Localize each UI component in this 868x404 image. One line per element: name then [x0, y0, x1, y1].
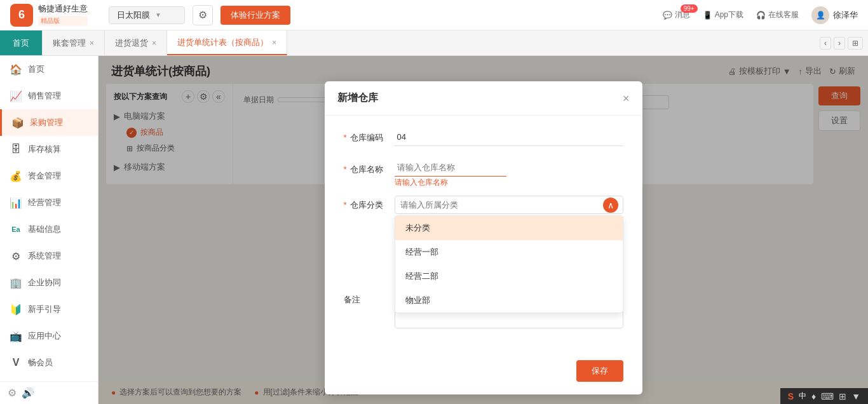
header-right: 💬 消息 99+ 📱 App下载 🎧 在线客服 👤 徐泽华 — [663, 6, 858, 24]
sidebar-item-operation[interactable]: 📊 经营管理 — [0, 189, 98, 216]
modal-close-button[interactable]: × — [623, 93, 630, 104]
inventory-icon: 🗄 — [10, 144, 22, 155]
settings-bottom-icon[interactable]: ⚙ — [8, 387, 17, 399]
guide-icon: 🔰 — [10, 304, 22, 315]
sidebar-item-apps-label: 应用中心 — [28, 330, 61, 342]
tray-grid-icon[interactable]: ⊞ — [839, 391, 846, 401]
remark-label: 备注 — [344, 290, 395, 306]
name-required-mark: * — [344, 165, 347, 174]
gear-button[interactable]: ⚙ — [193, 5, 213, 25]
modal-add-warehouse: 新增仓库 × * 仓库编码 — [325, 81, 642, 394]
sidebar: 🏠 首页 📈 销售管理 📦 采购管理 🗄 库存核算 💰 资金管理 📊 经营管理 … — [0, 56, 98, 404]
sidebar-item-inventory-label: 库存核算 — [28, 144, 61, 155]
tab-purchase-stats[interactable]: 进货单统计表（按商品） × — [167, 30, 287, 55]
dropdown-item-ops2[interactable]: 经营二部 — [395, 264, 623, 288]
tab-bar: 首页 账套管理 × 进货退货 × 进货单统计表（按商品） × ‹ › ⊞ — [0, 30, 868, 56]
logo-icon: 6 — [10, 4, 33, 27]
basic-icon: Ea — [10, 224, 22, 235]
tab-purchase-stats-label: 进货单统计表（按商品） — [177, 37, 268, 48]
top-header: 6 畅捷通好生意 精品版 日太阳膜 ▼ ⚙ 体验行业方案 💬 消息 99+ 📱 … — [0, 0, 868, 30]
sidebar-item-inventory[interactable]: 🗄 库存核算 — [0, 136, 98, 163]
dropdown-item-uncategorized[interactable]: 未分类 — [395, 216, 623, 240]
sidebar-item-home[interactable]: 🏠 首页 — [0, 56, 98, 83]
sidebar-item-enterprise-label: 企业协同 — [28, 277, 61, 288]
code-required-mark: * — [344, 133, 347, 142]
sidebar-item-sales[interactable]: 📈 销售管理 — [0, 83, 98, 109]
tab-purchase-stats-close[interactable]: × — [272, 38, 276, 47]
store-selector[interactable]: 日太阳膜 ▼ — [109, 6, 185, 24]
tray-zh[interactable]: 中 — [799, 391, 806, 401]
finance-icon: 💰 — [10, 170, 22, 182]
enterprise-icon: 🏢 — [10, 277, 22, 288]
system-icon: ⚙ — [10, 250, 22, 262]
tab-accounts-close[interactable]: × — [90, 39, 94, 48]
audio-icon[interactable]: 🔊 — [22, 387, 34, 399]
sidebar-item-purchase-label: 采购管理 — [30, 117, 63, 128]
vip-icon: V — [10, 357, 22, 368]
name-input[interactable] — [395, 159, 506, 177]
sales-icon: 📈 — [10, 90, 22, 102]
message-badge: 99+ — [681, 4, 698, 13]
sidebar-item-enterprise[interactable]: 🏢 企业协同 — [0, 269, 98, 296]
main-layout: 🏠 首页 📈 销售管理 📦 采购管理 🗄 库存核算 💰 资金管理 📊 经营管理 … — [0, 56, 868, 404]
chevron-down-icon: ▼ — [155, 11, 161, 18]
tab-accounts[interactable]: 账套管理 × — [43, 30, 105, 55]
sidebar-item-operation-label: 经营管理 — [28, 197, 61, 208]
tab-purchase-return-label: 进货退货 — [115, 37, 148, 49]
code-label: * 仓库编码 — [344, 128, 395, 144]
tray-icon-1[interactable]: ♦ — [811, 391, 816, 401]
tab-more-button[interactable]: ⊞ — [848, 37, 863, 50]
tab-purchase-return-close[interactable]: × — [152, 39, 156, 48]
store-name: 日太阳膜 — [117, 10, 150, 21]
tab-home[interactable]: 首页 — [0, 30, 43, 55]
sidebar-item-purchase[interactable]: 📦 采购管理 — [0, 109, 98, 136]
logo-name: 畅捷通好生意 — [38, 4, 88, 15]
dropdown-item-property[interactable]: 物业部 — [395, 288, 623, 313]
content-area: 进货单统计(按商品) 🖨 按模板打印 ▼ ↑ 导出 ↻ 刷新 — [98, 56, 868, 404]
tab-purchase-return[interactable]: 进货退货 × — [105, 30, 167, 55]
tray-logo: S — [788, 391, 794, 401]
logo-area: 6 畅捷通好生意 精品版 — [10, 4, 109, 27]
category-label: * 仓库分类 — [344, 196, 395, 211]
sidebar-item-guide[interactable]: 🔰 新手引导 — [0, 296, 98, 323]
app-download-button[interactable]: 📱 App下载 — [703, 10, 743, 20]
service-button[interactable]: 🎧 在线客服 — [756, 10, 799, 20]
sidebar-item-finance[interactable]: 💰 资金管理 — [0, 163, 98, 189]
modal-body: * 仓库编码 * 仓库名称 — [325, 116, 642, 354]
tab-prev-button[interactable]: ‹ — [820, 37, 831, 50]
code-field-row: * 仓库编码 — [344, 128, 623, 146]
avatar: 👤 — [811, 6, 829, 24]
sidebar-bottom: ⚙ 🔊 — [0, 381, 98, 404]
code-input[interactable] — [395, 128, 623, 146]
dropdown-item-ops1[interactable]: 经营一部 — [395, 240, 623, 264]
sidebar-item-vip[interactable]: V 畅会员 — [0, 349, 98, 376]
sidebar-item-system[interactable]: ⚙ 系统管理 — [0, 243, 98, 269]
modal-footer: 保存 — [325, 354, 642, 382]
system-tray: S 中 ♦ ⌨ ⊞ ▼ — [780, 388, 868, 404]
modal-header: 新增仓库 × — [325, 81, 642, 116]
sidebar-item-home-label: 首页 — [28, 64, 44, 75]
service-label: 在线客服 — [768, 10, 799, 20]
tray-keyboard-icon[interactable]: ⌨ — [821, 391, 834, 401]
sidebar-item-basic[interactable]: Ea 基础信息 — [0, 216, 98, 243]
operation-icon: 📊 — [10, 197, 22, 208]
category-input[interactable] — [395, 196, 623, 214]
trial-button[interactable]: 体验行业方案 — [220, 6, 290, 25]
category-arrow-icon[interactable]: ∧ — [603, 198, 618, 213]
message-button[interactable]: 💬 消息 99+ — [663, 10, 690, 20]
sidebar-item-basic-label: 基础信息 — [28, 224, 61, 235]
sidebar-item-guide-label: 新手引导 — [28, 304, 61, 315]
tab-next-button[interactable]: › — [834, 37, 845, 50]
message-icon: 💬 — [663, 11, 672, 20]
save-button[interactable]: 保存 — [576, 360, 623, 382]
home-icon: 🏠 — [10, 64, 22, 75]
modal-title: 新增仓库 — [337, 91, 378, 105]
logo-badge: 精品版 — [38, 16, 88, 26]
sidebar-item-vip-label: 畅会员 — [28, 357, 53, 368]
sidebar-item-apps[interactable]: 📺 应用中心 — [0, 323, 98, 349]
name-field-row: * 仓库名称 请输入仓库名称 — [344, 159, 623, 177]
tray-chevron-icon[interactable]: ▼ — [851, 391, 860, 401]
category-select-wrap: ∧ 未分类 经营一部 经营二部 — [395, 196, 623, 214]
user-area[interactable]: 👤 徐泽华 — [811, 6, 858, 24]
tab-right-buttons: ‹ › ⊞ — [815, 30, 868, 55]
